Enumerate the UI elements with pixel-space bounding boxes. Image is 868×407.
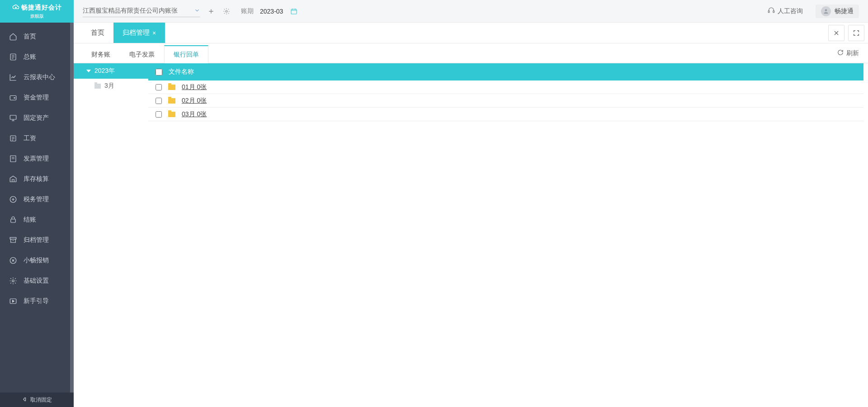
collapse-icon [86,70,91,72]
nav-archive[interactable]: 归档管理 [0,230,74,250]
row-checkbox[interactable] [156,84,162,90]
svg-rect-13 [291,9,297,14]
folder-icon [168,98,175,104]
folder-icon [94,84,101,89]
sidebar: 畅捷通好会计 旗舰版 首页 总账 云报表中心 资金管理 固定资产 工资 发票管理… [0,0,74,407]
subtabs: 财务账 电子发票 银行回单 刷新 [74,43,868,63]
folder-icon [168,85,175,90]
nav-label: 归档管理 [24,236,49,244]
topbar: 江西服宝精品有限责任公司内账张 账期 2023-03 人工咨询 畅捷通 [74,0,868,23]
row-checkbox[interactable] [156,98,162,104]
nav: 首页 总账 云报表中心 资金管理 固定资产 工资 发票管理 库存核算 税务管理 … [0,23,74,393]
nav-settings[interactable]: 基础设置 [0,270,74,291]
nav-label: 税务管理 [24,195,49,204]
list-row: 01月 0张 [148,80,863,94]
subtab-label: 银行回单 [174,51,199,58]
svg-rect-3 [10,115,16,119]
close-all-button[interactable] [828,25,844,41]
avatar-icon [821,6,831,16]
sidebar-scrollbar[interactable] [70,23,74,393]
nav-closing[interactable]: 结账 [0,209,74,230]
nav-salary[interactable]: 工资 [0,128,74,148]
svg-point-16 [825,9,827,11]
salary-icon [9,134,17,142]
calendar-button[interactable] [289,7,298,16]
svg-point-12 [226,10,227,12]
tab-home[interactable]: 首页 [82,23,113,43]
nav-funds[interactable]: 资金管理 [0,87,74,108]
nav-label: 基础设置 [24,277,49,285]
invoice-icon [9,155,17,163]
period-value[interactable]: 2023-03 [260,8,283,15]
chevron-down-icon [194,7,200,15]
tree-month[interactable]: 3月 [74,79,148,93]
inventory-icon [9,175,17,183]
ledger-icon [9,53,17,61]
svg-rect-14 [768,11,769,13]
nav-label: 小畅报销 [24,256,49,265]
sidebar-unpin[interactable]: 取消固定 [0,393,74,407]
row-label[interactable]: 02月 0张 [182,97,207,105]
headset-icon [768,7,775,15]
nav-tax[interactable]: 税务管理 [0,189,74,209]
tax-icon [9,195,17,204]
refresh-button[interactable]: 刷新 [837,49,859,57]
settings-button[interactable] [222,7,231,16]
tabs-row: 首页 归档管理 × [74,23,868,43]
nav-label: 首页 [24,33,36,41]
company-name: 江西服宝精品有限责任公司内账张 [83,7,178,15]
select-all-checkbox[interactable] [156,69,162,76]
user-chip[interactable]: 畅捷通 [816,5,859,18]
nav-invoice[interactable]: 发票管理 [0,148,74,169]
nav-label: 工资 [24,134,36,142]
tab-label: 归档管理 [123,28,150,37]
list-header: 文件名称 [148,63,863,80]
help-label: 人工咨询 [778,7,803,15]
refresh-icon [837,49,844,57]
tree-year-label: 2023年 [94,67,115,75]
nav-inventory[interactable]: 库存核算 [0,169,74,189]
subtab-label: 财务账 [91,51,110,58]
nav-label: 发票管理 [24,155,49,163]
tab-label: 首页 [91,28,104,37]
subtab-einvoice[interactable]: 电子发票 [120,46,164,63]
nav-home[interactable]: 首页 [0,26,74,47]
unpin-icon [22,396,28,404]
archive-icon [9,236,17,244]
chart-icon [9,73,17,81]
row-checkbox[interactable] [156,111,162,118]
tree-month-label: 3月 [104,82,114,90]
row-label[interactable]: 03月 0张 [182,110,207,118]
nav-expense[interactable]: 小畅报销 [0,250,74,270]
subtab-bank[interactable]: 银行回单 [164,45,208,63]
nav-label: 结账 [24,216,36,224]
close-icon[interactable]: × [152,29,156,37]
lock-icon [9,216,17,224]
asset-icon [9,114,17,122]
nav-assets[interactable]: 固定资产 [0,108,74,128]
home-icon [9,33,17,41]
tree: 2023年 3月 [74,63,148,407]
subtab-finance[interactable]: 财务账 [82,46,120,63]
row-label[interactable]: 01月 0张 [182,83,207,91]
nav-ledger[interactable]: 总账 [0,47,74,67]
company-select[interactable]: 江西服宝精品有限责任公司内账张 [83,5,200,17]
gear-icon [9,277,17,285]
help-link[interactable]: 人工咨询 [768,7,803,15]
brand-title: 畅捷通好会计 [21,4,62,12]
add-button[interactable] [207,7,216,16]
nav-reports[interactable]: 云报表中心 [0,67,74,87]
nav-label: 库存核算 [24,175,49,183]
tab-archive[interactable]: 归档管理 × [113,23,165,43]
fullscreen-button[interactable] [848,25,864,41]
brand-sub: 旗舰版 [30,13,44,19]
svg-rect-8 [10,237,16,239]
tree-year[interactable]: 2023年 [74,63,148,79]
brand: 畅捷通好会计 旗舰版 [0,0,74,23]
nav-guide[interactable]: 新手引导 [0,291,74,311]
play-icon [9,297,17,305]
svg-point-2 [14,97,15,98]
folder-icon [168,112,175,117]
list-row: 02月 0张 [148,94,863,108]
subtab-label: 电子发票 [129,51,155,58]
